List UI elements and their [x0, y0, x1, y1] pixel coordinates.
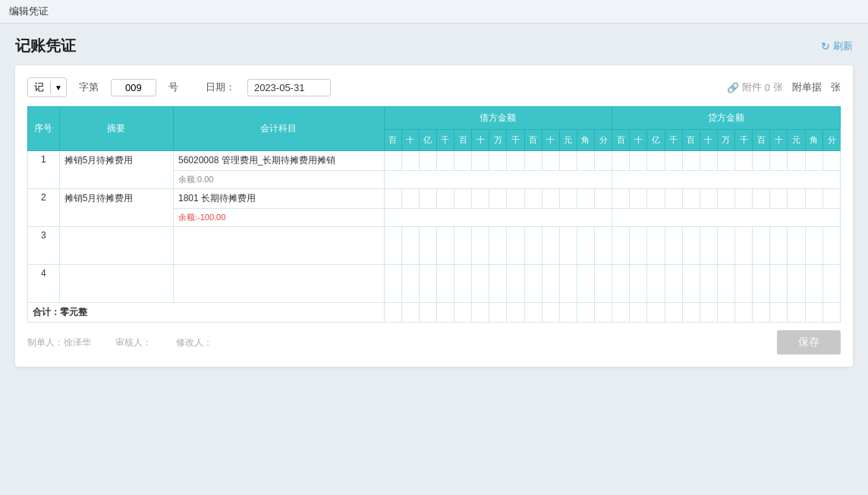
r1-db13[interactable]: [595, 151, 612, 171]
r2-db10[interactable]: [542, 189, 559, 209]
credit-d8: 千: [735, 130, 753, 151]
row1-balance: 余额:0.00: [173, 171, 384, 189]
row1-summary[interactable]: 摊销5月待摊费用: [59, 151, 173, 189]
r1-db7[interactable]: [489, 151, 507, 171]
r2-cr3[interactable]: [647, 189, 665, 209]
attachment-unit: 张: [773, 80, 783, 94]
r1-cr10[interactable]: [770, 151, 788, 171]
form-row: 记 ▼ 字第 号 日期： 🔗 附件 0 张 附单据 张: [27, 77, 841, 97]
r1-db3[interactable]: [419, 151, 436, 171]
row4-subject[interactable]: [173, 265, 384, 303]
r2-db8[interactable]: [507, 189, 524, 209]
credit-d10: 十: [770, 130, 788, 151]
creator-label: 制单人：徐泽华: [27, 336, 91, 349]
r2-db13[interactable]: [595, 189, 612, 209]
r2-db6[interactable]: [472, 189, 489, 209]
credit-d9: 百: [753, 130, 770, 151]
attachment-link[interactable]: 🔗 附件 0 张: [727, 80, 783, 94]
r2-cr9[interactable]: [753, 189, 770, 209]
header-seq: 序号: [28, 107, 60, 151]
type-dropdown-arrow[interactable]: ▼: [50, 81, 66, 94]
row1-seq: 1: [28, 151, 60, 189]
debit-d2: 十: [401, 130, 419, 151]
page-header: 记账凭证 ↻ 刷新: [15, 36, 853, 56]
r2-db1[interactable]: [384, 189, 401, 209]
r2-db11[interactable]: [559, 189, 577, 209]
type-selector[interactable]: 记 ▼: [27, 77, 67, 97]
r1-db5[interactable]: [454, 151, 472, 171]
r1-cr12[interactable]: [805, 151, 822, 171]
r2-cr4[interactable]: [665, 189, 682, 209]
r1-db1[interactable]: [384, 151, 401, 171]
r2-cr5[interactable]: [682, 189, 700, 209]
debit-d10: 十: [542, 130, 559, 151]
header-debit: 借方金额: [384, 107, 612, 130]
refresh-button[interactable]: ↻ 刷新: [821, 39, 853, 53]
r1-db10[interactable]: [542, 151, 559, 171]
type-value: 记: [28, 78, 50, 96]
r1-cr2[interactable]: [630, 151, 647, 171]
r2-cr1[interactable]: [612, 189, 630, 209]
r2-db2[interactable]: [401, 189, 419, 209]
r1-cr7[interactable]: [717, 151, 734, 171]
r2-db9[interactable]: [524, 189, 542, 209]
r1-db6[interactable]: [472, 151, 489, 171]
r2-db5[interactable]: [454, 189, 472, 209]
credit-d1: 百: [612, 130, 630, 151]
row3-subject[interactable]: [173, 227, 384, 265]
debit-d4: 千: [436, 130, 454, 151]
table-row: 2 摊销5月待摊费用 1801 长期待摊费用: [28, 189, 841, 209]
r1-db2[interactable]: [401, 151, 419, 171]
zhang-label: 张: [831, 80, 841, 94]
date-input[interactable]: [247, 79, 331, 96]
row4-summary[interactable]: [59, 265, 173, 303]
credit-d7: 万: [717, 130, 734, 151]
credit-d5: 百: [682, 130, 700, 151]
row2-seq: 2: [28, 189, 60, 227]
row2-balance: 余额:-100.00: [173, 209, 384, 227]
r2-cr7[interactable]: [717, 189, 734, 209]
r1-cr1[interactable]: [612, 151, 630, 171]
r1-cr4[interactable]: [665, 151, 682, 171]
title-bar-label: 编辑凭证: [9, 5, 49, 17]
r1-cr8[interactable]: [735, 151, 753, 171]
r2-cr8[interactable]: [735, 189, 753, 209]
r1-cr11[interactable]: [788, 151, 805, 171]
row2-subject[interactable]: 1801 长期待摊费用: [173, 189, 384, 209]
row1-subject[interactable]: 56020008 管理费用_长期待摊费用摊销: [173, 151, 384, 171]
r2-db7[interactable]: [489, 189, 507, 209]
r1-db11[interactable]: [559, 151, 577, 171]
debit-d12: 角: [577, 130, 594, 151]
r2-cr6[interactable]: [700, 189, 717, 209]
refresh-icon: ↻: [821, 40, 830, 52]
r1-db9[interactable]: [524, 151, 542, 171]
main-content: 记账凭证 ↻ 刷新 记 ▼ 字第 号 日期： 🔗 附件 0 张: [0, 24, 868, 494]
r2-cr13[interactable]: [822, 189, 840, 209]
r1-cr6[interactable]: [700, 151, 717, 171]
r2-db4[interactable]: [436, 189, 454, 209]
row2-summary[interactable]: 摊销5月待摊费用: [59, 189, 173, 227]
r2-cr10[interactable]: [770, 189, 788, 209]
attach-docs-label[interactable]: 附单据: [792, 80, 822, 94]
table-row: 4: [28, 265, 841, 303]
credit-d11: 元: [788, 130, 805, 151]
r2-cr11[interactable]: [788, 189, 805, 209]
r1-db4[interactable]: [436, 151, 454, 171]
voucher-number-input[interactable]: [111, 79, 156, 96]
r1-cr5[interactable]: [682, 151, 700, 171]
r2-cr2[interactable]: [630, 189, 647, 209]
r1-db12[interactable]: [577, 151, 594, 171]
r2-db12[interactable]: [577, 189, 594, 209]
r1-cr9[interactable]: [753, 151, 770, 171]
debit-d13: 分: [595, 130, 612, 151]
save-button[interactable]: 保存: [777, 330, 841, 355]
r1-db8[interactable]: [507, 151, 524, 171]
voucher-table: 序号 摘要 会计科目 借方金额 贷方金额 百 十 亿 千 百 十 万: [27, 106, 841, 323]
r1-cr3[interactable]: [647, 151, 665, 171]
r1-cr13[interactable]: [822, 151, 840, 171]
row3-summary[interactable]: [59, 227, 173, 265]
r2-db3[interactable]: [419, 189, 436, 209]
debit-d5: 百: [454, 130, 472, 151]
debit-d1: 百: [384, 130, 401, 151]
r2-cr12[interactable]: [805, 189, 822, 209]
